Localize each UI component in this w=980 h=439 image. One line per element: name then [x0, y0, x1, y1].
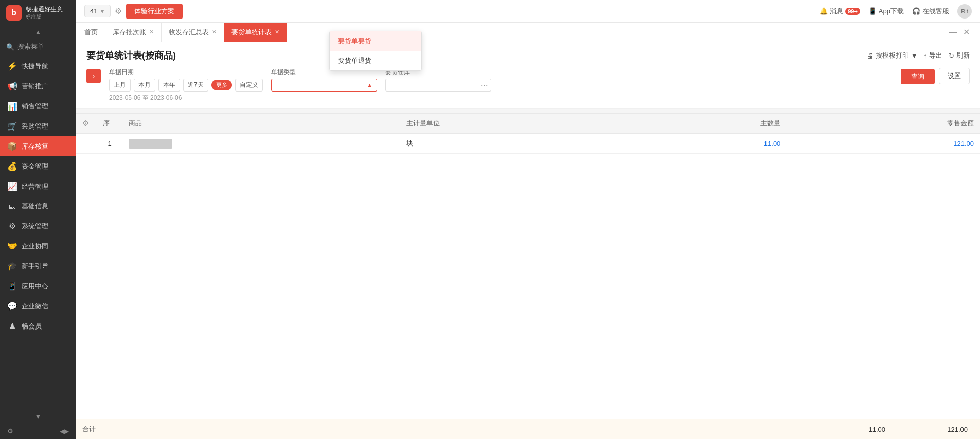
vip-icon: ♟: [7, 321, 17, 331]
sidebar-settings-icon[interactable]: ⚙: [7, 427, 13, 435]
query-btn[interactable]: 查询: [901, 69, 935, 84]
filter-settings-btn[interactable]: 设置: [939, 68, 970, 84]
filter-date-range: 2023-05-06 至 2023-06-06: [109, 94, 263, 102]
table-settings-icon[interactable]: ⚙: [82, 119, 89, 127]
print-btn[interactable]: 🖨 按模板打印 ▼: [867, 51, 918, 60]
filter-expand-btn[interactable]: ›: [86, 69, 101, 83]
date-btn-last-7days[interactable]: 近7天: [183, 79, 208, 92]
tab-close-batch[interactable]: ✕: [149, 29, 154, 35]
sidebar-item-marketing[interactable]: 📢 营销推广: [0, 76, 76, 96]
data-table: ⚙ 序 商品 主计量单位 主数量 零售金额 1 ████ ████: [76, 113, 980, 154]
date-filter-label: 单据日期: [109, 68, 263, 77]
sidebar-footer: ⚙ ◀▶: [0, 423, 76, 439]
sidebar-scroll-up[interactable]: ▲: [0, 26, 76, 38]
sidebar-collapse-btn[interactable]: ◀▶: [60, 428, 69, 435]
col-header-unit: 主计量单位: [400, 114, 627, 134]
date-btn-last-month[interactable]: 上月: [109, 79, 131, 92]
tab-close-order-stats[interactable]: ✕: [275, 29, 279, 35]
sidebar-item-quick-nav[interactable]: ⚡ 快捷导航: [0, 56, 76, 76]
filter-type-input: ▲: [271, 79, 377, 92]
app-download-btn[interactable]: 📱 App下载: [868, 7, 904, 16]
col-header-product: 商品: [122, 114, 400, 134]
row-seq: [76, 134, 97, 154]
tab-home[interactable]: 首页: [84, 23, 105, 42]
basic-icon: 🗂: [7, 202, 17, 211]
row-product: ████ ████: [122, 134, 400, 154]
sidebar-item-basic[interactable]: 🗂 基础信息: [0, 196, 76, 216]
headset-icon: 🎧: [912, 7, 920, 15]
type-dropdown: 要货单要货 要货单退货: [329, 42, 422, 71]
sidebar-scroll-down[interactable]: ▼: [0, 411, 76, 423]
filter-action-btns: 查询 设置: [901, 68, 970, 85]
refresh-icon: ↻: [949, 52, 954, 60]
marketing-icon: 📢: [7, 81, 17, 91]
footer-amount: 121.00: [947, 426, 968, 433]
tab-order-stats[interactable]: 要货单统计表 ✕: [224, 23, 287, 42]
sidebar-item-vip[interactable]: ♟ 畅会员: [0, 316, 76, 336]
row-unit: 块: [400, 134, 627, 154]
weixin-icon: 💬: [7, 301, 17, 311]
sidebar-item-purchase[interactable]: 🛒 采购管理: [0, 116, 76, 136]
tab-batch[interactable]: 库存批次账 ✕: [105, 23, 162, 42]
warehouse-input[interactable]: [385, 79, 491, 92]
tabs-actions: — ✕: [947, 25, 972, 39]
table-row: 1 ████ ████ 块 11.00 121.00: [76, 134, 980, 154]
sidebar-item-guide[interactable]: 🎓 新手引导: [0, 256, 76, 276]
sidebar-item-enterprise[interactable]: 🤝 企业协同: [0, 236, 76, 256]
date-btn-this-year[interactable]: 本年: [158, 79, 180, 92]
table-container: ⚙ 序 商品 主计量单位 主数量 零售金额 1 ████ ████: [76, 113, 980, 439]
tab-minimize-btn[interactable]: —: [947, 26, 959, 39]
table-footer: 合计 11.00 121.00: [76, 419, 980, 439]
topbar-gear-icon[interactable]: ⚙: [115, 6, 122, 16]
brand-name: 畅捷通好生意 标准版: [26, 6, 63, 21]
warehouse-more-icon[interactable]: ···: [480, 80, 488, 90]
purchase-icon: 🛒: [7, 121, 17, 131]
topbar-right: 🔔 消息 99+ 📱 App下载 🎧 在线客服 Rit: [819, 4, 972, 19]
tab-summary[interactable]: 收发存汇总表 ✕: [162, 23, 224, 42]
refresh-btn[interactable]: ↻ 刷新: [949, 51, 970, 60]
user-avatar[interactable]: Rit: [957, 4, 972, 19]
sidebar-item-sales[interactable]: 📊 销售管理: [0, 96, 76, 116]
row-quantity: 11.00: [627, 134, 787, 154]
topbar: 41 ▼ ⚙ 体验行业方案 🔔 消息 99+ 📱 App下载 🎧 在线客服 Ri…: [76, 0, 980, 23]
date-btn-custom[interactable]: 自定义: [235, 79, 263, 92]
store-selector[interactable]: 41 ▼: [84, 5, 111, 17]
online-service-btn[interactable]: 🎧 在线客服: [912, 7, 949, 16]
date-btn-more[interactable]: 更多: [211, 80, 232, 90]
footer-label: 合计: [82, 425, 96, 434]
tab-close-summary[interactable]: ✕: [212, 29, 217, 35]
filter-date-group: 单据日期 上月 本月 本年 近7天 更多 自定义 2023-05-06 至 20…: [109, 68, 263, 102]
col-header-settings: ⚙: [76, 114, 97, 134]
tab-close-all-btn[interactable]: ✕: [961, 25, 972, 39]
footer-quantity: 11.00: [868, 426, 885, 433]
system-icon: ⚙: [7, 221, 17, 231]
sidebar-item-weixin[interactable]: 💬 企业微信: [0, 296, 76, 316]
sidebar-item-inventory[interactable]: 📦 库存核算: [0, 136, 76, 156]
sidebar-item-finance[interactable]: 💰 资金管理: [0, 156, 76, 176]
sidebar-item-system[interactable]: ⚙ 系统管理: [0, 216, 76, 236]
sidebar-search[interactable]: 🔍 搜索菜单: [0, 38, 76, 56]
sidebar-item-appstore[interactable]: 📱 应用中心: [0, 276, 76, 296]
page-content: 要货单统计表(按商品) 🖨 按模板打印 ▼ ↑ 导出 ↻ 刷新 ›: [76, 42, 980, 439]
page-header-actions: 🖨 按模板打印 ▼ ↑ 导出 ↻ 刷新: [867, 51, 970, 60]
trial-btn[interactable]: 体验行业方案: [126, 4, 183, 19]
notifications-btn[interactable]: 🔔 消息 99+: [819, 7, 860, 16]
topbar-left: 41 ▼ ⚙ 体验行业方案: [84, 4, 813, 19]
date-btn-this-month[interactable]: 本月: [134, 79, 155, 92]
filter-date-btns: 上月 本月 本年 近7天 更多 自定义: [109, 79, 263, 92]
guide-icon: 🎓: [7, 261, 17, 271]
type-chevron-icon[interactable]: ▲: [367, 82, 373, 89]
sales-icon: 📊: [7, 101, 17, 111]
sidebar-logo: b 畅捷通好生意 标准版: [0, 0, 76, 26]
quick-nav-icon: ⚡: [7, 61, 17, 71]
sidebar-item-operations[interactable]: 📈 经营管理: [0, 176, 76, 196]
dropdown-item-order-goods[interactable]: 要货单要货: [330, 42, 421, 51]
inventory-icon: 📦: [7, 141, 17, 151]
store-chevron-icon: ▼: [99, 8, 105, 14]
logo-icon: b: [6, 5, 22, 21]
dropdown-item-order-return[interactable]: 要货单退货: [330, 51, 421, 70]
operations-icon: 📈: [7, 181, 17, 191]
row-seq-num: 1: [97, 134, 122, 154]
type-select-input[interactable]: [271, 79, 377, 92]
export-btn[interactable]: ↑ 导出: [924, 51, 943, 60]
